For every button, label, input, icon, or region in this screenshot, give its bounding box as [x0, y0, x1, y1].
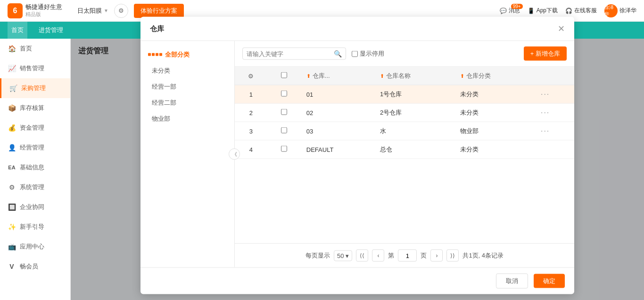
per-page-value: 50: [337, 252, 344, 259]
page-total-info: 共1页, 4条记录: [462, 251, 504, 260]
tree-all-categories[interactable]: 全部分类: [140, 47, 234, 63]
tree-item-property[interactable]: 物业部: [140, 111, 234, 127]
sidebar-label-app-center: 应用中心: [20, 242, 44, 251]
row4-checkbox[interactable]: [281, 146, 287, 152]
next-page-button[interactable]: ›: [430, 250, 443, 262]
store-selector[interactable]: 日太阳膜 ▼: [77, 7, 108, 15]
subnav-item-home[interactable]: 首页: [8, 22, 27, 39]
customer-service-button[interactable]: 🎧 在线客服: [565, 7, 597, 15]
logo-name: 畅捷通好生意: [25, 3, 62, 11]
row2-actions: ···: [535, 103, 574, 122]
sidebar-item-basic-info[interactable]: EA 基础信息: [0, 158, 70, 177]
sidebar-label-guide: 新手引导: [20, 223, 44, 231]
row2-code: 02: [301, 103, 374, 122]
purchase-icon: 🛒: [9, 84, 17, 92]
logo-sub: 精品版: [25, 11, 62, 18]
warehouse-modal: 仓库 ✕ 全部分类 未分类 经营一部 经营二部 物业部 《: [140, 17, 574, 294]
sidebar-item-guide[interactable]: ✨ 新手引导: [0, 217, 70, 237]
row3-actions-menu[interactable]: ···: [541, 127, 550, 135]
row1-checkbox[interactable]: [281, 91, 287, 97]
first-page-button[interactable]: ⟨⟨: [356, 250, 368, 262]
sidebar-item-app-center[interactable]: 📺 应用中心: [0, 237, 70, 257]
tree-all-label: 全部分类: [165, 50, 190, 59]
tree-item-dept1[interactable]: 经营一部: [140, 79, 234, 95]
notification-button[interactable]: 💬 消息 99+: [500, 7, 520, 15]
modal-title: 仓库: [150, 24, 164, 33]
th-category: ⬆ 仓库分类: [454, 67, 535, 85]
user-menu[interactable]: 徐泽华 徐泽华: [604, 4, 636, 17]
page-number-input[interactable]: [398, 250, 417, 262]
warehouse-table: ⚙ ⬆ 仓库...: [235, 67, 574, 243]
logo-icon: 6: [8, 3, 23, 18]
select-all-checkbox[interactable]: [281, 72, 287, 78]
finance-icon: 💰: [8, 124, 16, 132]
sidebar-item-sales[interactable]: 📈 销售管理: [0, 58, 70, 78]
sort-icon-category: ⬆: [460, 73, 464, 79]
row2-actions-menu[interactable]: ···: [541, 108, 550, 117]
modal-close-button[interactable]: ✕: [558, 24, 565, 34]
per-page-select[interactable]: 50 ▾: [334, 250, 352, 261]
sidebar-item-finance[interactable]: 💰 资金管理: [0, 118, 70, 138]
row2-checkbox[interactable]: [281, 109, 287, 115]
search-icon[interactable]: 🔍: [334, 50, 342, 58]
row4-checkbox-cell: [267, 140, 301, 158]
row1-actions: ···: [535, 85, 574, 103]
page-suffix: 页: [421, 251, 427, 260]
sidebar-item-purchase[interactable]: 🛒 采购管理: [0, 78, 70, 98]
last-page-button[interactable]: ⟩⟩: [446, 250, 459, 262]
store-name: 日太阳膜: [77, 7, 102, 15]
app-download-button[interactable]: 📱 App下载: [528, 7, 558, 15]
show-disabled-text: 显示停用: [360, 50, 384, 58]
settings-button[interactable]: ⚙: [114, 4, 128, 18]
app-label: App下载: [537, 7, 558, 15]
th-name-label: 仓库名称: [386, 72, 411, 80]
search-box[interactable]: 🔍: [242, 48, 346, 60]
row1-actions-menu[interactable]: ···: [541, 90, 550, 98]
search-input[interactable]: [247, 50, 331, 57]
sidebar-item-enterprise[interactable]: 🔲 企业协同: [0, 197, 70, 217]
sidebar-label-basic-info: 基础信息: [20, 163, 44, 172]
sidebar-item-home[interactable]: 🏠 首页: [0, 39, 70, 58]
sidebar-label-enterprise: 企业协同: [20, 203, 44, 211]
cancel-button[interactable]: 取消: [496, 274, 528, 289]
logo: 6 畅捷通好生意 精品版: [8, 3, 62, 18]
show-disabled-label: 显示停用: [352, 50, 384, 58]
sidebar-item-member[interactable]: V 畅会员: [0, 257, 70, 276]
logo-text-block: 畅捷通好生意 精品版: [25, 3, 62, 18]
gear-icon: ⚙: [118, 7, 124, 14]
row2-seq: 2: [235, 103, 267, 122]
sidebar-item-operations[interactable]: 👤 经营管理: [0, 138, 70, 158]
th-name: ⬆ 仓库名称: [374, 67, 454, 85]
row2-category: 未分类: [454, 103, 535, 122]
row3-category: 物业部: [454, 122, 535, 140]
confirm-button[interactable]: 确定: [534, 274, 565, 288]
show-disabled-checkbox[interactable]: [352, 50, 358, 57]
username-label: 徐泽华: [619, 7, 636, 15]
prev-page-button[interactable]: ‹: [372, 250, 384, 262]
category-tree: 全部分类 未分类 经营一部 经营二部 物业部 《: [140, 41, 235, 267]
table-row: 3 03 水 物业部 ···: [235, 122, 574, 140]
notification-badge: 99+: [511, 4, 523, 9]
th-category-label: 仓库分类: [466, 72, 491, 80]
page-prefix: 第: [388, 251, 394, 260]
tree-item-unclassified[interactable]: 未分类: [140, 63, 234, 79]
sidebar-item-inventory[interactable]: 📦 库存核算: [0, 98, 70, 118]
settings-col-icon: ⚙: [248, 72, 254, 79]
add-warehouse-button[interactable]: + 新增仓库: [524, 47, 567, 61]
row3-checkbox[interactable]: [281, 127, 287, 133]
sidebar-item-system[interactable]: ⚙ 系统管理: [0, 177, 70, 197]
row3-checkbox-cell: [267, 122, 301, 140]
operations-icon: 👤: [8, 144, 16, 151]
main-layout: 🏠 首页 📈 销售管理 🛒 采购管理 📦 库存核算 💰 资金管理 👤 经营管理 …: [0, 39, 644, 300]
basic-info-icon: EA: [8, 165, 16, 170]
trial-button[interactable]: 体验行业方案: [134, 4, 184, 18]
sidebar-label-finance: 资金管理: [20, 124, 44, 132]
row4-actions: [535, 140, 574, 158]
enterprise-icon: 🔲: [8, 203, 16, 211]
row4-category: 未分类: [454, 140, 535, 158]
sales-icon: 📈: [8, 65, 16, 72]
tree-collapse-button[interactable]: 《: [229, 149, 240, 160]
subnav-item-purchase[interactable]: 进货管理: [35, 22, 67, 39]
tree-item-dept2[interactable]: 经营二部: [140, 95, 234, 111]
row1-category: 未分类: [454, 85, 535, 103]
